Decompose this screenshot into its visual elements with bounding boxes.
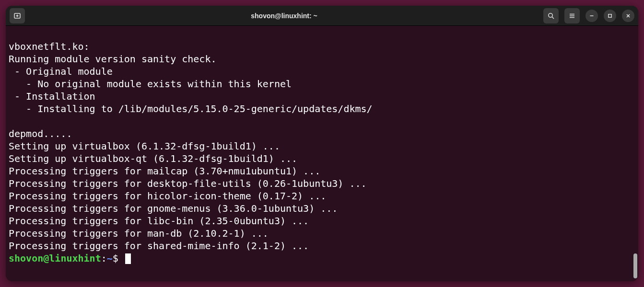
maximize-icon xyxy=(607,13,613,19)
titlebar: shovon@linuxhint: ~ xyxy=(6,6,638,26)
output-line: Processing triggers for shared-mime-info… xyxy=(9,240,309,252)
scrollbar-thumb[interactable] xyxy=(633,253,637,278)
cursor xyxy=(125,253,131,264)
output-line: Processing triggers for mailcap (3.70+nm… xyxy=(9,165,320,177)
output-line: Setting up virtualbox (6.1.32-dfsg-1buil… xyxy=(9,140,280,152)
prompt: shovon@linuxhint:~$ xyxy=(9,253,131,264)
output-line: Running module version sanity check. xyxy=(9,53,216,65)
search-button[interactable] xyxy=(543,8,559,23)
output-line: Processing triggers for hicolor-icon-the… xyxy=(9,190,326,202)
minimize-button[interactable] xyxy=(585,10,598,22)
svg-point-3 xyxy=(549,13,552,17)
close-icon xyxy=(625,13,631,19)
output-line: vboxnetflt.ko: xyxy=(9,41,90,52)
new-tab-icon xyxy=(13,12,21,20)
prompt-at: @ xyxy=(43,253,49,264)
search-icon xyxy=(547,12,555,20)
output-line: - Installing to /lib/modules/5.15.0-25-g… xyxy=(9,103,373,115)
hamburger-icon xyxy=(568,12,576,20)
minimize-icon xyxy=(589,13,595,19)
svg-rect-9 xyxy=(609,14,611,17)
menu-button[interactable] xyxy=(564,8,580,23)
output-line: - No original module exists within this … xyxy=(9,78,292,90)
output-line: Processing triggers for libc-bin (2.35-0… xyxy=(9,215,309,227)
window-title: shovon@linuxhint: ~ xyxy=(25,12,543,20)
output-line: Processing triggers for gnome-menus (3.3… xyxy=(9,203,338,214)
output-line: Setting up virtualbox-qt (6.1.32-dfsg-1b… xyxy=(9,153,297,164)
prompt-user: shovon xyxy=(9,253,43,264)
new-tab-button[interactable] xyxy=(10,8,25,23)
prompt-host: linuxhint xyxy=(49,253,101,264)
output-line: - Installation xyxy=(9,91,95,102)
prompt-path: ~ xyxy=(107,253,113,264)
terminal-output[interactable]: vboxnetflt.ko: Running module version sa… xyxy=(6,26,638,281)
output-line: Processing triggers for desktop-file-uti… xyxy=(9,178,367,189)
output-line: depmod..... xyxy=(9,128,72,139)
output-line: Processing triggers for man-db (2.10.2-1… xyxy=(9,228,269,239)
maximize-button[interactable] xyxy=(604,10,616,22)
close-button[interactable] xyxy=(622,10,634,22)
prompt-colon: : xyxy=(101,253,107,264)
terminal-window: shovon@linuxhint: ~ vboxnetflt.ko: Runni… xyxy=(6,6,638,281)
output-line: - Original module xyxy=(9,66,113,77)
svg-line-4 xyxy=(552,17,554,19)
prompt-dollar: $ xyxy=(113,253,118,264)
